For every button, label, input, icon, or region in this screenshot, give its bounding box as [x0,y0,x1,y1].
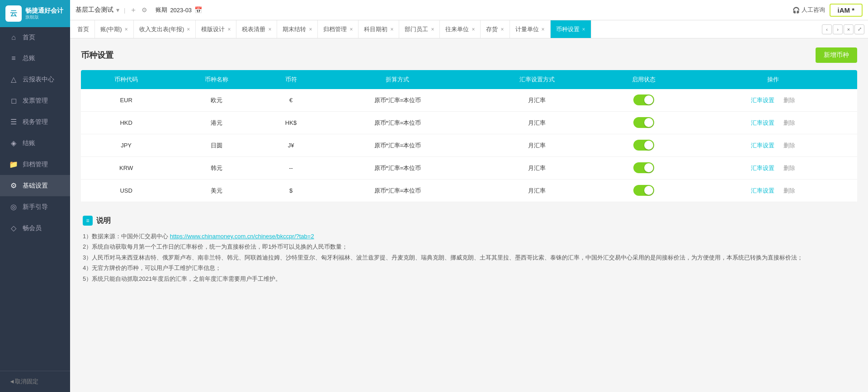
tab-close-tax[interactable]: × [268,26,271,33]
tab-home[interactable]: 首页 [72,20,95,38]
company-settings-icon[interactable]: ⚙ [142,6,147,14]
delete-link-2[interactable]: 删除 [783,142,795,149]
company-selector[interactable]: 基层工会测试 ▾ [75,6,119,14]
tabs-next-button[interactable]: › [833,24,843,34]
cell-name-0: 欧元 [171,89,262,112]
sidebar-pin-toggle[interactable]: ◄取消固定 [0,371,70,392]
cell-symbol-2: J¥ [262,134,320,157]
tab-income[interactable]: 收入支出表(年报) × [134,20,196,38]
tab-inventory[interactable]: 存货 × [481,20,509,38]
tab-close-period-end[interactable]: × [309,26,312,33]
tab-close-interim[interactable]: × [125,26,128,33]
cell-calc-4: 原币*汇率=本位币 [320,179,475,202]
sidebar-item-settings[interactable]: ⚙ 基础设置 [0,175,70,196]
tab-close-income[interactable]: × [187,26,190,33]
tab-label-unit: 计量单位 [515,25,539,33]
tab-close-dept[interactable]: × [431,26,434,33]
sidebar-item-invoice[interactable]: ◻ 发票管理 [0,90,70,111]
toggle-enabled-1[interactable] [633,117,654,128]
sidebar-label-ledger: 总账 [23,54,35,62]
tab-close-archive[interactable]: × [349,26,353,33]
tab-dept[interactable]: 部门员工 × [399,20,440,38]
toggle-enabled-4[interactable] [633,185,654,196]
table-row: EUR 欧元 € 原币*汇率=本位币 月汇率 汇率设置 删除 [81,89,857,112]
rate-setting-link-1[interactable]: 汇率设置 [751,119,774,126]
cell-symbol-4: $ [262,179,320,202]
sidebar-logo: 云 畅捷通好会计 旗舰版 [0,0,70,27]
cell-status-0 [599,89,689,112]
tab-template[interactable]: 模版设计 × [196,20,236,38]
cell-rate-type-2: 月汇率 [475,134,599,157]
tab-period-end[interactable]: 期末结转 × [277,20,318,38]
tabs-prev-button[interactable]: ‹ [822,24,832,34]
tab-label-counterparty: 往来单位 [445,25,469,33]
cell-actions-1: 汇率设置 删除 [689,112,857,134]
tabs-expand-button[interactable]: ⤢ [854,24,864,34]
rate-setting-link-0[interactable]: 汇率设置 [751,97,774,104]
tab-label-dept: 部门员工 [405,25,428,33]
cell-actions-3: 汇率设置 删除 [689,157,857,179]
notes-item: 3）人民币对马来西亚林吉特、俄罗斯卢布、南非兰特、韩元、阿联酋迪拉姆、沙特里亚尔… [83,252,855,263]
col-rate-type: 汇率设置方式 [475,70,599,89]
tab-label-inventory: 存货 [486,25,498,33]
tabs-bar: 首页 账(中期) × 收入支出表(年报) × 模版设计 × 税表清册 × 期末结… [70,20,868,38]
tab-unit[interactable]: 计量单位 × [510,20,551,38]
sidebar-item-reports[interactable]: △ 云报表中心 [0,69,70,90]
sidebar-label-archive: 归档管理 [23,161,48,169]
tab-subjects[interactable]: 科目期初 × [359,20,399,38]
tab-close-template[interactable]: × [227,26,231,33]
toggle-enabled-2[interactable] [633,140,654,151]
tabs-nav: ‹ › × ⤢ [820,24,866,34]
sidebar: 云 畅捷通好会计 旗舰版 ⌂ 首页 ≡ 总账 △ 云报表中心 ◻ 发票管理 ☰ … [0,0,70,392]
rate-setting-link-2[interactable]: 汇率设置 [751,142,774,149]
tabs-close-all-button[interactable]: × [844,24,854,34]
sidebar-item-archive[interactable]: 📁 归档管理 [0,154,70,175]
table-row: KRW 韩元 -- 原币*汇率=本位币 月汇率 汇率设置 删除 [81,157,857,179]
sidebar-item-checkout[interactable]: ◈ 结账 [0,132,70,154]
sidebar-item-tax[interactable]: ☰ 税务管理 [0,111,70,132]
tab-tax[interactable]: 税表清册 × [236,20,277,38]
cell-actions-4: 汇率设置 删除 [689,179,857,202]
delete-link-4[interactable]: 删除 [783,187,795,194]
settings-icon: ⚙ [9,181,18,190]
sidebar-item-home[interactable]: ⌂ 首页 [0,27,70,48]
tab-label-template: 模版设计 [201,25,225,33]
support-label: 人工咨询 [802,6,825,14]
tab-close-inventory[interactable]: × [500,26,504,33]
tab-label-archive: 归档管理 [323,25,347,33]
archive-icon: 📁 [9,160,18,169]
cell-name-4: 美元 [171,179,262,202]
tab-close-subjects[interactable]: × [390,26,393,33]
sidebar-item-guide[interactable]: ◎ 新手引导 [0,196,70,217]
tab-archive[interactable]: 归档管理 × [318,20,359,38]
delete-link-3[interactable]: 删除 [783,165,795,171]
delete-link-0[interactable]: 删除 [783,97,795,104]
support-button[interactable]: 🎧 人工咨询 [793,6,825,14]
iam-button[interactable]: iAM * [830,4,863,17]
toggle-enabled-0[interactable] [633,94,654,105]
toggle-enabled-3[interactable] [633,162,654,173]
sidebar-label-invoice: 发票管理 [23,97,48,105]
cell-code-4: USD [81,179,171,202]
notes-link[interactable]: https://www.chinamoney.com.cn/chinese/bk… [170,233,314,240]
tab-interim[interactable]: 账(中期) × [95,20,134,38]
sidebar-item-ledger[interactable]: ≡ 总账 [0,48,70,69]
tab-currency[interactable]: 币种设置 × [551,20,591,38]
tab-close-currency[interactable]: × [582,26,585,33]
new-currency-button[interactable]: 新增币种 [816,47,857,63]
tab-close-counterparty[interactable]: × [472,26,475,33]
period-selector[interactable]: 账期 2023-03 📅 [156,6,202,14]
calendar-icon: 📅 [194,6,202,14]
cell-actions-2: 汇率设置 删除 [689,134,857,157]
cell-actions-0: 汇率设置 删除 [689,89,857,112]
tab-counterparty[interactable]: 往来单位 × [440,20,481,38]
cell-code-3: KRW [81,157,171,179]
rate-setting-link-3[interactable]: 汇率设置 [751,165,774,171]
tab-close-unit[interactable]: × [542,26,545,33]
sidebar-item-member[interactable]: ◇ 畅会员 [0,217,70,239]
rate-setting-link-4[interactable]: 汇率设置 [751,187,774,194]
app-subtitle: 旗舰版 [25,14,63,20]
cell-name-2: 日圆 [171,134,262,157]
delete-link-1[interactable]: 删除 [783,119,795,126]
add-company-button[interactable]: ＋ [130,5,137,15]
